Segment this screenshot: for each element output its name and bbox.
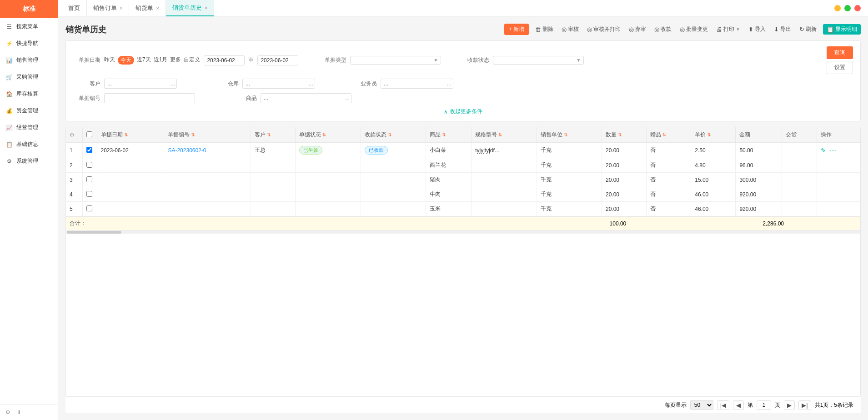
th-customer[interactable]: 客户 ⇅ <box>251 127 296 143</box>
scrollbar-thumb[interactable] <box>67 231 121 234</box>
show-detail-button[interactable]: 📋 显示明细 <box>823 24 861 35</box>
ops-mgmt-icon: 📈 <box>5 124 13 131</box>
delete-button[interactable]: 🗑 删除 <box>533 25 555 34</box>
settings-button[interactable]: 设置 <box>827 61 853 74</box>
doc-no-link[interactable]: SA-20230602-0 <box>168 147 206 154</box>
shortcut-1month[interactable]: 近1月 <box>154 56 168 65</box>
win-maximize-btn[interactable] <box>844 5 851 11</box>
cell-pay-status <box>361 202 426 216</box>
import-button[interactable]: ⬆ 导入 <box>747 25 768 34</box>
page-number-input[interactable] <box>757 400 771 410</box>
cell-customer <box>251 173 296 187</box>
row-checkbox-2[interactable] <box>86 176 92 182</box>
sidebar-item-finance-mgmt[interactable]: 💰 资金管理 <box>0 102 58 119</box>
tab-home[interactable]: 首页 <box>62 0 87 16</box>
cell-pay-status <box>361 173 426 187</box>
win-minimize-btn[interactable] <box>834 5 841 11</box>
row-checkbox-0[interactable] <box>86 147 92 153</box>
cell-amount: 96.00 <box>736 158 782 173</box>
sidebar-pause-icon[interactable]: ⏸ <box>16 409 21 415</box>
add-button[interactable]: + 新增 <box>504 24 529 35</box>
page-last-btn[interactable]: ▶| <box>798 400 811 410</box>
cell-qty: 20.00 <box>602 173 647 187</box>
row-checkbox-1[interactable] <box>86 162 92 168</box>
batch-change-button[interactable]: ◎ 批量变更 <box>678 25 710 34</box>
th-doc-status[interactable]: 单据状态 ⇅ <box>296 127 361 143</box>
discard-button[interactable]: ◎ 弃审 <box>627 25 648 34</box>
shortcut-7days[interactable]: 近7天 <box>137 56 151 65</box>
sidebar-item-search-menu[interactable]: ☰ 搜索菜单 <box>0 18 58 35</box>
shortcut-custom[interactable]: 自定义 <box>184 56 200 65</box>
table-footer: 合计： 100.00 2,286.00 <box>66 216 860 230</box>
th-checkbox <box>82 127 97 143</box>
th-goods[interactable]: 商品 ⇅ <box>426 127 472 143</box>
win-close-btn[interactable] <box>854 5 861 11</box>
th-unit[interactable]: 销售单位 ⇅ <box>537 127 602 143</box>
th-spec[interactable]: 规格型号 ⇅ <box>472 127 537 143</box>
edit-icon[interactable]: ✎ <box>821 147 826 154</box>
horizontal-scrollbar[interactable] <box>66 230 860 234</box>
cell-unit: 千克 <box>537 158 602 173</box>
per-page-select[interactable]: 50 20 100 <box>690 400 713 410</box>
cell-goods: 西兰花 <box>426 158 472 173</box>
date-from-input[interactable] <box>204 55 245 65</box>
sidebar-item-ops-mgmt[interactable]: 📈 经营管理 <box>0 119 58 136</box>
select-all-checkbox[interactable] <box>86 131 92 137</box>
print-button[interactable]: 🖨 打印 ▼ <box>714 25 742 34</box>
warehouse-input[interactable] <box>242 79 315 89</box>
th-doc-no[interactable]: 单据编号 ⇅ <box>164 127 251 143</box>
sidebar-settings-icon[interactable]: ⚙ <box>5 409 10 415</box>
doc-type-select[interactable]: ▼ <box>350 56 441 65</box>
tab-sales-order[interactable]: 销售订单 × <box>87 0 129 16</box>
th-price[interactable]: 单价 ⇅ <box>691 127 736 143</box>
page-first-btn[interactable]: |◀ <box>717 400 729 410</box>
goods-input[interactable] <box>261 93 351 103</box>
customer-input[interactable] <box>104 79 177 89</box>
audit-button[interactable]: ◎ 审核 <box>560 25 581 34</box>
sales-rep-more-icon[interactable]: ... <box>447 80 452 87</box>
tab-sales-history[interactable]: 销货单历史 × <box>166 0 214 16</box>
shortcut-today[interactable]: 今天 <box>118 56 134 65</box>
tab-sales-goods[interactable]: 销货单 × <box>129 0 166 16</box>
table-gear-icon[interactable]: ⚙ <box>70 132 75 138</box>
query-button[interactable]: 查询 <box>827 46 853 59</box>
shortcut-yesterday[interactable]: 昨天 <box>104 56 115 65</box>
customer-more-icon[interactable]: ... <box>171 80 175 87</box>
page-prev-btn[interactable]: ◀ <box>733 400 744 410</box>
refresh-button[interactable]: ↻ 刷新 <box>798 25 818 34</box>
cell-checkbox <box>82 202 97 216</box>
collect-button[interactable]: ◎ 收款 <box>652 25 673 34</box>
sidebar-item-sys-mgmt[interactable]: ⚙ 系统管理 <box>0 153 58 170</box>
page-next-btn[interactable]: ▶ <box>784 400 795 410</box>
date-to-input[interactable] <box>257 55 298 65</box>
sidebar-item-quick-nav[interactable]: ⚡ 快捷导航 <box>0 35 58 52</box>
more-action-icon[interactable]: ⋯ <box>830 147 836 154</box>
audit-print-button[interactable]: ◎ 审核并打印 <box>585 25 622 34</box>
goods-more-icon[interactable]: ... <box>345 95 350 101</box>
collapse-btn[interactable]: ∧ 收起更多条件 <box>73 108 853 115</box>
th-date[interactable]: 单据日期 ⇅ <box>97 127 164 143</box>
th-gear[interactable]: ⚙ <box>66 127 82 143</box>
warehouse-more-icon[interactable]: ... <box>309 80 313 87</box>
sales-rep-input[interactable] <box>381 79 453 89</box>
sidebar-item-sales-mgmt[interactable]: 📊 销售管理 <box>0 52 58 69</box>
sidebar-item-inventory[interactable]: 🏠 库存核算 <box>0 85 58 102</box>
shortcut-more[interactable]: 更多 <box>170 56 181 65</box>
tab-sales-goods-close[interactable]: × <box>156 5 159 11</box>
tab-sales-history-close[interactable]: × <box>205 5 207 10</box>
sidebar-item-purchase-mgmt[interactable]: 🛒 采购管理 <box>0 69 58 85</box>
cell-num: 5 <box>66 202 82 216</box>
th-gift[interactable]: 赠品 ⇅ <box>647 127 691 143</box>
th-pay-status[interactable]: 收款状态 ⇅ <box>361 127 426 143</box>
export-button[interactable]: ⬇ 导出 <box>772 25 793 34</box>
doc-status-badge: 已生效 <box>299 146 322 155</box>
doc-no-input[interactable] <box>104 93 195 103</box>
sidebar-item-basic-info[interactable]: 📋 基础信息 <box>0 136 58 153</box>
row-checkbox-3[interactable] <box>86 191 92 197</box>
row-checkbox-4[interactable] <box>86 205 92 211</box>
pay-status-select[interactable]: ▼ <box>493 56 584 65</box>
goods-filter-group: 商品 ... <box>230 93 351 103</box>
tab-sales-order-close[interactable]: × <box>120 5 122 11</box>
add-icon: + <box>509 26 512 32</box>
th-qty[interactable]: 数量 ⇅ <box>602 127 647 143</box>
